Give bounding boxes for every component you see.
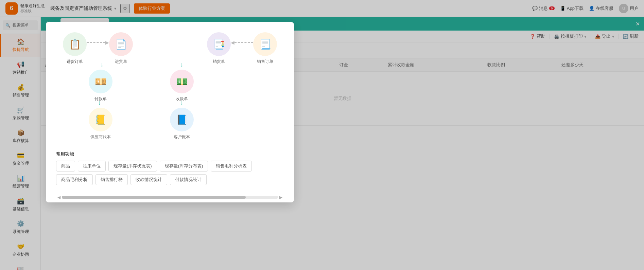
flow-area: 📋 进货订单 ▶ 📄 进货单 (46, 22, 294, 147)
arrow-h1: ▶ (87, 40, 109, 55)
common-title: 常用功能 (56, 151, 284, 157)
payment-circle: 💴 (89, 70, 112, 93)
common-btns: 商品 往来单位 现存量(库存状况表) 现存量(库存分布表) 销售毛利分析表 商品… (56, 161, 284, 185)
btn-sales-rank[interactable]: 销售排行榜 (95, 174, 128, 185)
supplier-account-label: 供应商账本 (90, 134, 111, 140)
arrow-h2: ◀ (231, 40, 253, 55)
flow-node-receipt[interactable]: 💵 收款单 (170, 70, 194, 102)
flow-node-supplier-account[interactable]: 📒 供应商账本 (89, 108, 112, 140)
btn-sales-profit[interactable]: 销售毛利分析表 (211, 161, 252, 172)
supplier-account-circle: 📒 (89, 108, 112, 131)
btn-payment-stats[interactable]: 付款情况统计 (170, 174, 207, 185)
flow-node-customer-account[interactable]: 📘 客户账本 (170, 108, 194, 140)
btn-product[interactable]: 商品 (56, 161, 75, 172)
btn-stock-dist[interactable]: 现存量(库存分布表) (160, 161, 208, 172)
flow-node-payment[interactable]: 💴 付款单 (89, 70, 112, 102)
scroll-track[interactable] (62, 196, 278, 199)
scroll-right-arrow[interactable]: ▶ (278, 195, 284, 200)
scroll-area: ◀ ▶ (46, 192, 294, 202)
btn-product-profit[interactable]: 商品毛利分析 (56, 174, 93, 185)
btn-stock-status[interactable]: 现存量(库存状况表) (108, 161, 157, 172)
flow-node-sales-bill[interactable]: 📑 销货单 (207, 32, 231, 65)
customer-account-circle: 📘 (170, 108, 194, 131)
scroll-left-arrow[interactable]: ◀ (56, 195, 62, 200)
modal-overlay: 📋 进货订单 ▶ 📄 进货单 (0, 0, 644, 270)
customer-account-label: 客户账本 (174, 134, 190, 140)
receipt-circle: 💵 (170, 70, 194, 93)
btn-receipt-stats[interactable]: 收款情况统计 (130, 174, 167, 185)
flow-node-purchase-order[interactable]: 📋 进货订单 (63, 32, 87, 65)
sales-order-circle: 📃 (253, 32, 277, 56)
common-section: 常用功能 商品 往来单位 现存量(库存状况表) 现存量(库存分布表) 销售毛利分… (46, 147, 294, 192)
purchase-bill-circle: 📄 (109, 32, 133, 56)
flow-node-purchase-bill[interactable]: 📄 进货单 (109, 32, 133, 65)
flow-modal: 📋 进货订单 ▶ 📄 进货单 (46, 22, 294, 202)
btn-partner[interactable]: 往来单位 (78, 161, 106, 172)
purchase-order-circle: 📋 (63, 32, 87, 56)
scroll-thumb[interactable] (62, 196, 246, 199)
sales-bill-circle: 📑 (207, 32, 231, 56)
flow-node-sales-order[interactable]: 📃 销售订单 (253, 32, 277, 65)
